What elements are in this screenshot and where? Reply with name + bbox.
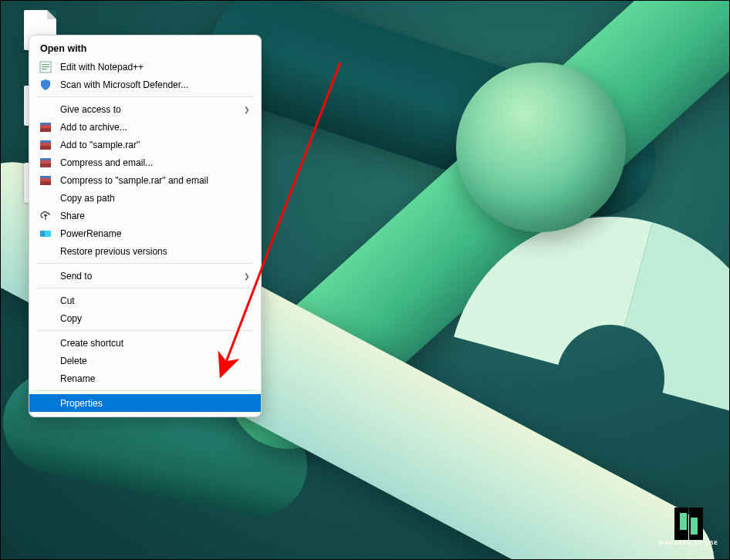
menu-item-label: Scan with Microsoft Defender... (60, 79, 188, 90)
menu-item-label: Delete (60, 356, 87, 366)
watermark-logo: GADGETS TO USE (660, 508, 719, 545)
menu-item-label: Compress and email... (60, 157, 153, 168)
menu-item-add-archive[interactable]: Add to archive... (29, 118, 261, 136)
blank-icon (39, 337, 52, 349)
share-icon (39, 210, 52, 222)
svg-rect-8 (40, 143, 51, 146)
menu-item-properties[interactable]: Properties (29, 394, 261, 412)
menu-item-label: Add to archive... (60, 122, 127, 133)
svg-rect-5 (40, 125, 51, 128)
menu-title: Open with (29, 39, 261, 58)
menu-separator (37, 288, 253, 288)
svg-rect-3 (42, 69, 47, 69)
menu-item-rename[interactable]: Rename (29, 369, 261, 387)
context-menu: Open with Edit with Notepad++ Scan with … (29, 35, 262, 417)
menu-item-compress-sample-email[interactable]: Compress to "sample.rar" and email (29, 171, 261, 189)
menu-item-label: Compress to "sample.rar" and email (60, 175, 208, 186)
winrar-icon (39, 121, 52, 133)
svg-rect-12 (40, 158, 51, 160)
winrar-icon (39, 174, 52, 187)
menu-item-copy-path[interactable]: Copy as path (29, 189, 261, 207)
blank-icon (39, 397, 52, 410)
menu-item-label: Share (60, 211, 85, 221)
menu-item-powerrename[interactable]: PowerRename (29, 224, 261, 242)
blank-icon (39, 192, 52, 204)
blank-icon (39, 312, 52, 325)
menu-item-label: Edit with Notepad++ (60, 62, 144, 73)
menu-item-label: Cut (60, 295, 75, 306)
chevron-right-icon: ❯ (244, 272, 250, 280)
blank-icon (39, 295, 52, 307)
menu-item-compress-email[interactable]: Compress and email... (29, 153, 261, 171)
svg-rect-1 (42, 64, 49, 65)
menu-item-label: Copy (60, 313, 82, 324)
menu-item-label: Copy as path (60, 193, 115, 204)
blank-icon (39, 373, 52, 385)
svg-rect-9 (40, 140, 51, 143)
chevron-right-icon: ❯ (244, 106, 250, 113)
menu-item-label: Send to (60, 271, 92, 282)
menu-separator (37, 390, 253, 391)
menu-item-send-to[interactable]: Send to ❯ (29, 267, 261, 285)
menu-item-label: Give access to (60, 104, 121, 115)
powerrename-icon (39, 228, 52, 240)
menu-item-label: PowerRename (60, 228, 121, 239)
menu-separator (37, 96, 253, 97)
shield-icon (39, 79, 52, 91)
menu-item-edit-notepad[interactable]: Edit with Notepad++ (29, 58, 261, 76)
watermark-text: GADGETS TO USE (660, 540, 719, 545)
blank-icon (39, 270, 52, 282)
svg-rect-17 (45, 231, 51, 237)
menu-item-restore-versions[interactable]: Restore previous versions (29, 242, 261, 260)
menu-separator (37, 330, 253, 331)
blank-icon (39, 355, 52, 367)
svg-rect-11 (40, 160, 51, 164)
winrar-icon (39, 157, 52, 169)
menu-item-give-access[interactable]: Give access to ❯ (29, 100, 261, 118)
menu-item-label: Properties (60, 398, 103, 409)
svg-rect-15 (40, 176, 51, 178)
menu-item-cut[interactable]: Cut (29, 292, 261, 309)
svg-rect-6 (40, 123, 51, 125)
menu-item-label: Add to "sample.rar" (60, 140, 140, 150)
svg-rect-2 (42, 66, 49, 67)
winrar-icon (39, 139, 52, 151)
menu-item-share[interactable]: Share (29, 207, 261, 224)
menu-item-label: Rename (60, 373, 95, 384)
menu-separator (37, 263, 253, 264)
svg-rect-14 (40, 178, 51, 181)
menu-item-add-sample-rar[interactable]: Add to "sample.rar" (29, 136, 261, 153)
menu-item-create-shortcut[interactable]: Create shortcut (29, 334, 261, 352)
menu-item-label: Create shortcut (60, 338, 123, 349)
blank-icon (39, 245, 52, 258)
menu-item-delete[interactable]: Delete (29, 352, 261, 369)
menu-item-copy[interactable]: Copy (29, 309, 261, 327)
blank-icon (39, 103, 52, 116)
menu-item-scan-defender[interactable]: Scan with Microsoft Defender... (29, 76, 261, 93)
menu-item-label: Restore previous versions (60, 246, 167, 257)
notepad-icon (39, 61, 52, 73)
